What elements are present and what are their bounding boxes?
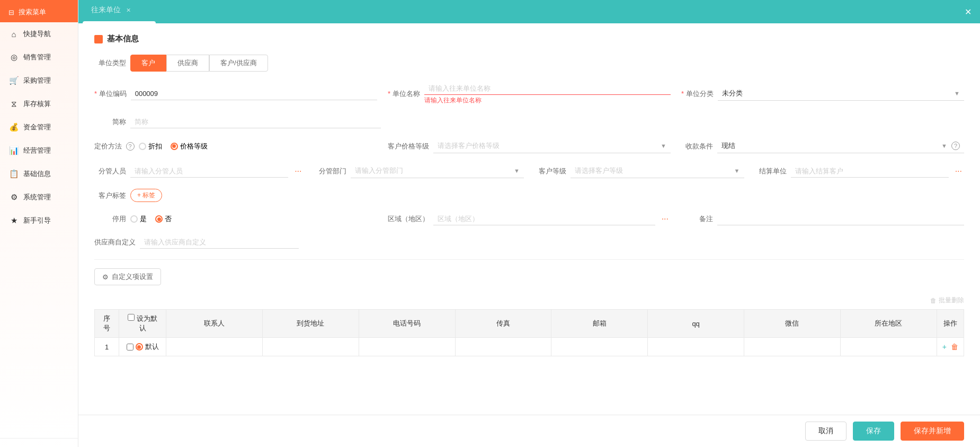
sidebar: ⊟ 搜索菜单 ⌂快捷导航◎销售管理🛒采购管理⧖库存核算💰资金管理📊经营管理📋基础… (0, 0, 78, 447)
customer-price-level-select[interactable]: 请选择客户价格等级 ▼ (433, 139, 671, 153)
supplier-custom-group: 供应商自定义 (94, 236, 964, 249)
tab-bar: 首页往来单位✕新增往来单位✕ ✕ (78, 0, 980, 23)
unit-type-both[interactable]: 客户/供应商 (209, 55, 268, 72)
customer-level-select[interactable]: 请选择客户等级 ▼ (571, 164, 744, 178)
sidebar-item-finance[interactable]: 💰资金管理 (0, 116, 78, 139)
default-radio-0[interactable]: 默认 (136, 342, 159, 352)
email-input-0[interactable] (557, 343, 642, 351)
sidebar-bottom (0, 438, 78, 447)
region-group: 区域（地区） ··· (388, 213, 671, 225)
sidebar-item-sales[interactable]: ◎销售管理 (0, 46, 78, 69)
department-select[interactable]: 请输入分管部门 ▼ (351, 164, 524, 178)
department-label: 分管部门 (315, 166, 346, 176)
sidebar-item-label-operations: 经营管理 (23, 146, 51, 155)
department-group: 分管部门 请输入分管部门 ▼ (315, 164, 524, 178)
settlement-more-icon[interactable]: ··· (953, 166, 964, 176)
pricing-help-icon[interactable]: ? (126, 142, 135, 151)
manager-row: 分管人员 ··· 分管部门 请输入分管部门 ▼ 客户等级 请选择客户等级 ▼ 结… (94, 164, 964, 178)
disabled-no-radio[interactable]: 否 (155, 214, 172, 224)
tag-group: 客户标签 + 标签 (94, 189, 964, 202)
pricing-level-circle (171, 143, 178, 150)
col-header-到货地址: 到货地址 (262, 310, 359, 338)
region-input[interactable] (433, 213, 655, 225)
custom-settings-label: 自定义项设置 (112, 272, 153, 282)
row-checkbox-0[interactable] (127, 344, 133, 350)
unit-name-error: 请输入往来单位名称 (424, 96, 671, 105)
manager-input[interactable] (130, 165, 288, 178)
unit-type-customer[interactable]: 客户 (130, 55, 166, 72)
sidebar-item-guide[interactable]: ★新手引导 (0, 209, 78, 232)
cell-address[interactable] (262, 338, 359, 356)
tab-label-partners: 往来单位 (91, 5, 121, 15)
region-input-0[interactable] (846, 343, 931, 351)
sidebar-item-system[interactable]: ⚙系统管理 (0, 186, 78, 209)
finance-icon: 💰 (8, 122, 19, 133)
unit-category-select[interactable]: 未分类 ▼ (718, 86, 964, 101)
default-radio-label-0: 默认 (145, 342, 159, 352)
region-more-icon[interactable]: ··· (660, 214, 671, 224)
department-placeholder: 请输入分管部门 (355, 166, 512, 176)
save-button[interactable]: 保存 (853, 422, 894, 441)
section-divider (94, 259, 964, 260)
fax-input-0[interactable] (461, 343, 546, 351)
custom-settings-section: ⚙ 自定义项设置 (94, 268, 964, 285)
add-row-button-0[interactable]: + (942, 343, 947, 351)
pricing-level-radio[interactable]: 价格等级 (171, 142, 208, 151)
save-new-button[interactable]: 保存并新增 (901, 422, 964, 441)
sidebar-item-operations[interactable]: 📊经营管理 (0, 139, 78, 162)
contact-input-0[interactable] (172, 343, 257, 351)
sidebar-item-purchase[interactable]: 🛒采购管理 (0, 69, 78, 92)
phone-input-0[interactable] (364, 343, 450, 351)
cell-phone[interactable] (359, 338, 455, 356)
add-tag-button[interactable]: + 标签 (130, 189, 162, 202)
address-input-0[interactable] (268, 343, 353, 351)
manager-more-icon[interactable]: ··· (292, 166, 304, 176)
tab-partners[interactable]: 往来单位✕ (83, 1, 156, 19)
customer-level-chevron-icon: ▼ (734, 168, 740, 174)
unit-type-group: 单位类型 客户 供应商 客户/供应商 (94, 55, 964, 72)
sidebar-item-quick-nav[interactable]: ⌂快捷导航 (0, 22, 78, 46)
cell-fax[interactable] (455, 338, 551, 356)
sidebar-item-label-system: 系统管理 (23, 192, 51, 202)
remarks-input[interactable] (717, 213, 964, 225)
basic-icon: 📋 (8, 169, 19, 179)
custom-settings-button[interactable]: ⚙ 自定义项设置 (94, 268, 161, 285)
unit-name-input[interactable] (424, 82, 671, 95)
cell-qq[interactable] (648, 338, 744, 356)
cancel-button[interactable]: 取消 (805, 422, 847, 441)
select-all-checkbox[interactable] (128, 314, 135, 321)
cell-contact[interactable] (166, 338, 263, 356)
settlement-unit-input[interactable] (791, 165, 949, 178)
wechat-input-0[interactable] (750, 343, 835, 351)
short-name-input[interactable] (130, 116, 381, 128)
short-name-label: 简称 (94, 117, 126, 127)
tab-close-partners[interactable]: ✕ (124, 6, 132, 14)
payment-terms-group: 收款条件 现结 ▼ ? (681, 139, 964, 153)
del-row-button-0[interactable]: 🗑 (951, 343, 958, 351)
sidebar-item-basic[interactable]: 📋基础信息 (0, 162, 78, 186)
supplier-custom-input[interactable] (140, 236, 299, 249)
unit-type-supplier[interactable]: 供应商 (166, 55, 209, 72)
sidebar-search-label: 搜索菜单 (19, 7, 46, 17)
cell-region[interactable] (840, 338, 937, 356)
sidebar-item-label-finance: 资金管理 (23, 122, 51, 132)
payment-terms-select[interactable]: 现结 ▼ ? (717, 139, 964, 153)
section-header: 基本信息 (94, 34, 964, 44)
table-header-row: 序号 设为默认联系人到货地址电话号码传真邮箱qq微信所在地区操作 (95, 310, 964, 338)
disabled-yes-radio[interactable]: 是 (130, 214, 147, 224)
pricing-discount-radio[interactable]: 折扣 (139, 142, 162, 151)
sidebar-item-label-basic: 基础信息 (23, 169, 51, 179)
qq-input-0[interactable] (653, 343, 738, 351)
window-close-button[interactable]: ✕ (960, 5, 976, 19)
sidebar-item-inventory[interactable]: ⧖库存核算 (0, 92, 78, 116)
batch-delete-button[interactable]: 🗑 批量删除 (930, 296, 964, 305)
disabled-yes-circle (130, 215, 138, 223)
cell-wechat[interactable] (744, 338, 841, 356)
sidebar-search-button[interactable]: ⊟ 搜索菜单 (0, 2, 78, 22)
unit-code-label: 单位编码 (94, 89, 127, 99)
cell-email[interactable] (551, 338, 648, 356)
unit-category-label: 单位分类 (681, 89, 714, 99)
payment-terms-help-icon[interactable]: ? (951, 142, 960, 150)
unit-code-input[interactable] (131, 87, 377, 100)
supplier-custom-row: 供应商自定义 (94, 236, 964, 249)
